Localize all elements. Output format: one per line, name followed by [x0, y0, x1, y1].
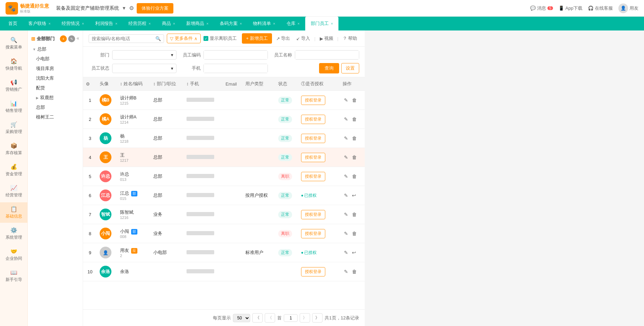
phone-input[interactable] — [204, 64, 267, 73]
emp-name-input[interactable] — [295, 51, 359, 59]
tab-warehouse[interactable]: 仓库 × — [281, 17, 305, 30]
col-name[interactable]: ↕ 姓名/编码 — [117, 77, 151, 91]
edit-button[interactable]: ✎ — [343, 249, 350, 256]
page-number-input[interactable] — [284, 314, 298, 322]
tree-item-xiaodian[interactable]: 小电部 — [28, 54, 83, 64]
tab-barcode-close[interactable]: × — [240, 21, 242, 26]
sidebar-item-guide[interactable]: 📖 新手引导 — [0, 266, 27, 286]
filter-more-btn[interactable]: ▽ 更多条件 ∧ — [167, 34, 201, 43]
auth-button[interactable]: 授权登录 — [301, 96, 325, 105]
dept-collapse-icon[interactable]: « — [76, 35, 79, 42]
message-btn[interactable]: 💬 消息 5 — [530, 5, 553, 11]
delete-button[interactable]: 🗑 — [351, 116, 358, 123]
edit-button[interactable]: ✎ — [343, 230, 350, 237]
tab-employees-close[interactable]: × — [331, 21, 333, 26]
app-download-btn[interactable]: 📱 App下载 — [559, 5, 582, 11]
tab-profit[interactable]: 利润报告 × — [90, 17, 123, 30]
per-page-select[interactable]: 50 — [233, 314, 250, 322]
dept-add-icon[interactable]: + — [60, 35, 67, 42]
tab-warehouse-close[interactable]: × — [298, 21, 300, 26]
auth-button[interactable]: 授权登录 — [301, 267, 325, 276]
export-button[interactable]: ↗ 导出 — [274, 34, 292, 43]
tab-profit-close[interactable]: × — [115, 21, 117, 26]
col-phone[interactable]: ↕ 手机 — [184, 77, 223, 91]
help-button[interactable]: ？ 帮助 — [341, 34, 359, 43]
sidebar-item-sales[interactable]: 📊 销售管理 — [0, 97, 27, 117]
auth-button[interactable]: 授权登录 — [301, 115, 325, 124]
online-service-btn[interactable]: 🎧 在线客服 — [588, 5, 613, 11]
tree-item-zhishu[interactable]: 植树王二 — [28, 112, 83, 122]
tab-goods-close[interactable]: × — [173, 21, 175, 26]
sidebar-item-purchase[interactable]: 🛒 采购管理 — [0, 118, 27, 138]
col-dept[interactable]: ↕ 部门/职位 — [151, 77, 184, 91]
auth-button[interactable]: 授权登录 — [301, 172, 325, 181]
tab-customer-close[interactable]: × — [48, 21, 51, 26]
emp-status-select[interactable]: ▾ — [112, 64, 176, 73]
auth-button[interactable]: 授权登录 — [301, 153, 325, 162]
tab-process[interactable]: 经营历程 × — [123, 17, 156, 30]
emp-code-input[interactable] — [204, 51, 267, 59]
edit-button[interactable]: ✎ — [343, 173, 350, 180]
edit-button[interactable]: ✎ — [343, 116, 350, 123]
tab-goods[interactable]: 商品 × — [156, 17, 181, 30]
view-button[interactable]: ▶ 视频 — [318, 34, 335, 43]
edit-button[interactable]: ✎ — [343, 97, 350, 104]
first-page-button[interactable]: 《 — [252, 313, 263, 323]
edit-button[interactable]: ✎ — [343, 268, 350, 275]
auth-button[interactable]: 授权登录 — [301, 210, 325, 219]
delete-button[interactable]: 🗑 — [351, 97, 358, 104]
tab-add-goods-close[interactable]: × — [206, 21, 208, 26]
last-page-button[interactable]: 》 — [312, 313, 323, 323]
tab-add-goods[interactable]: 新增商品 × — [181, 17, 214, 30]
delete-button[interactable]: 🗑 — [351, 268, 358, 275]
tree-item-shenyang[interactable]: 沈阳大库 — [28, 73, 83, 83]
show-resigned-toggle[interactable]: ✓ 显示离职员工 — [203, 35, 237, 42]
sidebar-item-search[interactable]: 🔍 搜索菜单 — [0, 33, 27, 54]
next-page-button[interactable]: 〉 — [300, 313, 310, 323]
delete-button[interactable]: 🗑 — [351, 135, 358, 142]
tree-item-zongbu2[interactable]: 总部 — [28, 103, 83, 112]
edit-button[interactable]: ✎ — [343, 135, 350, 142]
sidebar-item-inventory[interactable]: 📦 库存核算 — [0, 139, 27, 159]
delete-button[interactable]: 🗑 — [351, 230, 358, 237]
prev-page-button[interactable]: 〈 — [265, 313, 275, 323]
auth-button[interactable]: 授权登录 — [301, 229, 325, 238]
edit-button[interactable]: ✎ — [343, 192, 350, 199]
edit-button[interactable]: ✎ — [343, 154, 350, 161]
import-button[interactable]: ↙ 导入 — [294, 34, 312, 43]
sidebar-item-operations[interactable]: 📈 经营管理 — [0, 181, 27, 202]
delete-button[interactable]: 🗑 — [351, 154, 358, 161]
tab-process-close[interactable]: × — [148, 21, 151, 26]
sidebar-item-finance[interactable]: 💰 资金管理 — [0, 160, 27, 180]
tab-bom-close[interactable]: × — [273, 21, 275, 26]
tab-employees[interactable]: 部门员工 × — [305, 17, 338, 30]
auth-button[interactable]: 授权登录 — [301, 134, 325, 143]
sidebar-item-basic[interactable]: 📋 基础信息 — [0, 202, 27, 223]
dept-select[interactable]: ▾ — [112, 50, 176, 60]
delete-button[interactable]: ↩ — [351, 249, 357, 256]
delete-button[interactable]: ↩ — [351, 192, 357, 199]
sidebar-item-collab[interactable]: 🤝 企业协同 — [0, 245, 27, 265]
tab-customer[interactable]: 客户联络 × — [23, 17, 56, 30]
set-button[interactable]: 设置 — [341, 63, 359, 73]
dept-edit-icon[interactable]: ✎ — [68, 35, 75, 42]
tree-item-shuanglu[interactable]: ▶ 双鹿想 — [28, 93, 83, 103]
tab-home[interactable]: 首页 — [3, 17, 23, 30]
sidebar-item-system[interactable]: ⚙️ 系统管理 — [0, 223, 27, 244]
tree-item-xiangmu[interactable]: 项目库房 — [28, 64, 83, 73]
edit-button[interactable]: ✎ — [343, 211, 350, 218]
delete-button[interactable]: 🗑 — [351, 173, 358, 180]
system-dropdown-arrow[interactable]: ▼ — [122, 6, 126, 11]
user-area[interactable]: 👤 用友 — [618, 3, 638, 13]
search-box[interactable]: 🔍 — [89, 34, 164, 43]
gear-icon[interactable]: ⚙ — [129, 5, 134, 11]
col-settings[interactable]: ⚙ — [83, 77, 97, 91]
query-button[interactable]: 查询 — [319, 63, 339, 73]
tab-barcode[interactable]: 条码方案 × — [214, 17, 247, 30]
trial-button[interactable]: 体验行业方案 — [137, 3, 173, 14]
tree-item-peihuo[interactable]: 配货 — [28, 83, 83, 93]
search-input[interactable] — [92, 36, 154, 41]
sidebar-item-quicknav[interactable]: 🏠 快捷导航 — [0, 54, 27, 75]
sidebar-item-marketing[interactable]: 📢 营销推广 — [0, 76, 27, 96]
delete-button[interactable]: 🗑 — [351, 211, 358, 218]
